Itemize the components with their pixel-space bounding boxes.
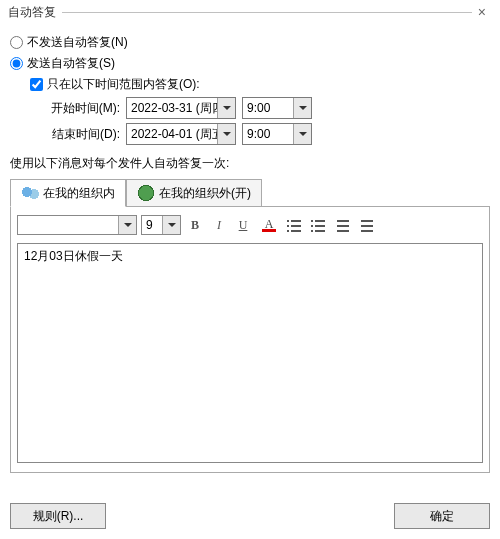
font-family-select[interactable] (17, 215, 137, 235)
tab-inside-org[interactable]: 在我的组织内 (10, 179, 126, 207)
underline-button[interactable]: U (233, 215, 253, 235)
font-color-a: A (265, 219, 274, 229)
font-size-select[interactable]: 9 (141, 215, 181, 235)
radio-send[interactable] (10, 57, 23, 70)
radio-no-send[interactable] (10, 36, 23, 49)
radio-no-send-label: 不发送自动答复(N) (27, 34, 128, 51)
chevron-down-icon[interactable] (293, 124, 311, 144)
indent-icon (359, 218, 375, 232)
chevron-down-icon[interactable] (217, 98, 235, 118)
outdent-icon (335, 218, 351, 232)
font-color-button[interactable]: A (257, 215, 281, 235)
close-icon[interactable]: × (472, 4, 492, 20)
tab-inside-label: 在我的组织内 (43, 185, 115, 202)
chevron-down-icon[interactable] (118, 216, 136, 234)
check-range[interactable] (30, 78, 43, 91)
end-time-label: 结束时间(D): (50, 126, 120, 143)
end-date-select[interactable]: 2022-04-01 (周五) (126, 123, 236, 145)
globe-icon (137, 184, 155, 202)
bold-button[interactable]: B (185, 215, 205, 235)
tab-outside-label: 在我的组织外(开) (159, 185, 251, 202)
start-time-label: 开始时间(M): (50, 100, 120, 117)
font-size-value: 9 (146, 218, 153, 232)
people-icon (21, 184, 39, 202)
dialog-title: 自动答复 (8, 4, 56, 21)
title-divider (62, 12, 472, 13)
end-date-value: 2022-04-01 (周五) (131, 126, 228, 143)
start-date-value: 2022-03-31 (周四) (131, 100, 228, 117)
radio-send-label: 发送自动答复(S) (27, 55, 115, 72)
end-hour-select[interactable]: 9:00 (242, 123, 312, 145)
number-list-icon (311, 218, 327, 232)
number-list-button[interactable] (309, 215, 329, 235)
start-date-select[interactable]: 2022-03-31 (周四) (126, 97, 236, 119)
indent-button[interactable] (357, 215, 377, 235)
chevron-down-icon[interactable] (293, 98, 311, 118)
ok-button[interactable]: 确定 (394, 503, 490, 529)
chevron-down-icon[interactable] (162, 216, 180, 234)
font-color-bar (262, 229, 276, 232)
start-hour-value: 9:00 (247, 101, 270, 115)
section-message: 使用以下消息对每个发件人自动答复一次: (10, 155, 490, 172)
rules-button[interactable]: 规则(R)... (10, 503, 106, 529)
check-range-label: 只在以下时间范围内答复(O): (47, 76, 200, 93)
tab-outside-org[interactable]: 在我的组织外(开) (126, 179, 262, 207)
outdent-button[interactable] (333, 215, 353, 235)
message-editor[interactable] (17, 243, 483, 463)
editor-toolbar: 9 B I U A (17, 213, 483, 237)
bullet-list-button[interactable] (285, 215, 305, 235)
end-hour-value: 9:00 (247, 127, 270, 141)
start-hour-select[interactable]: 9:00 (242, 97, 312, 119)
chevron-down-icon[interactable] (217, 124, 235, 144)
bullet-list-icon (287, 218, 303, 232)
italic-button[interactable]: I (209, 215, 229, 235)
